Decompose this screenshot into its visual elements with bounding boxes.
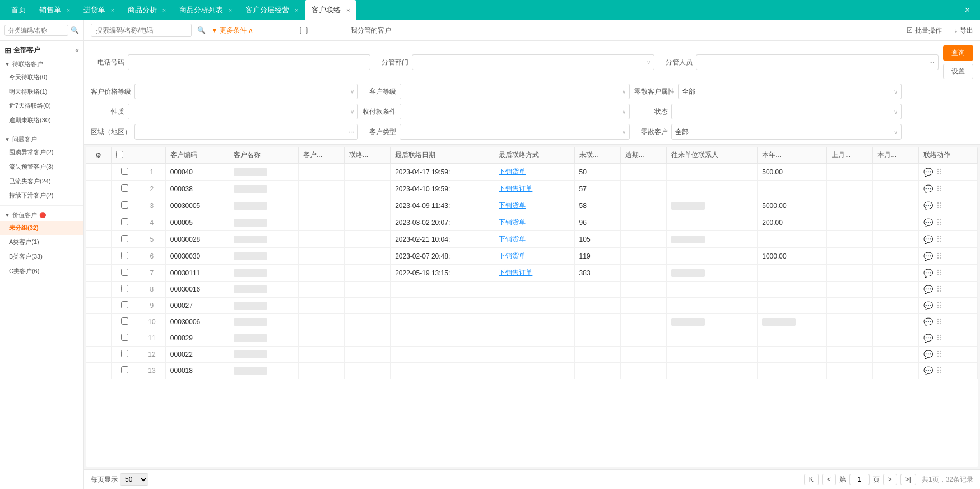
th-contact[interactable]: 联络...	[345, 147, 391, 164]
retail-attr-select[interactable]: 全部 ∨	[678, 84, 902, 99]
message-icon[interactable]: 💬	[923, 350, 933, 359]
th-settings[interactable]: ⚙	[86, 147, 111, 164]
method-link[interactable]: 下销售订单	[499, 269, 532, 276]
more-icon[interactable]: ⠿	[936, 235, 942, 244]
message-icon[interactable]: 💬	[923, 235, 933, 244]
more-icon[interactable]: ⠿	[936, 184, 942, 193]
sidebar-item-unclassified[interactable]: 未分组(32)	[0, 221, 83, 236]
sidebar-item-today[interactable]: 今天待联络(0)	[0, 70, 83, 85]
row-checkbox[interactable]	[121, 235, 128, 242]
first-page-btn[interactable]: K	[804, 474, 819, 485]
more-icon[interactable]: ⠿	[936, 350, 942, 359]
more-icon[interactable]: ⠿	[936, 252, 942, 261]
message-icon[interactable]: 💬	[923, 334, 933, 343]
payment-select[interactable]: ∨	[400, 104, 630, 119]
sidebar-item-overdue[interactable]: 逾期未联络(30)	[0, 113, 83, 128]
th-company-contact[interactable]: 往来单位联系人	[666, 147, 758, 164]
row-checkbox[interactable]	[121, 218, 128, 225]
th-customer-type[interactable]: 客户...	[299, 147, 345, 164]
more-icon[interactable]: ⠿	[936, 168, 942, 177]
sidebar-search-input[interactable]	[4, 25, 68, 36]
prev-page-btn[interactable]: <	[822, 474, 836, 485]
page-number-input[interactable]	[849, 474, 870, 485]
message-icon[interactable]: 💬	[923, 317, 933, 326]
row-checkbox[interactable]	[121, 301, 128, 308]
sidebar-item-class-b[interactable]: B类客户(33)	[0, 250, 83, 264]
group-value-customers[interactable]: ▼ 价值客户 🔴	[0, 208, 83, 221]
row-checkbox[interactable]	[121, 201, 128, 209]
nature-select[interactable]: ∨	[128, 104, 358, 119]
customer-type-select[interactable]: ∨	[400, 124, 630, 140]
select-all-checkbox[interactable]	[116, 151, 123, 158]
more-icon[interactable]: ⠿	[936, 366, 942, 375]
more-icon[interactable]: ⠿	[936, 201, 942, 210]
method-link[interactable]: 下销货单	[499, 235, 526, 243]
message-icon[interactable]: 💬	[923, 252, 933, 261]
row-checkbox[interactable]	[121, 168, 128, 175]
more-icon[interactable]: ⠿	[936, 218, 942, 227]
row-checkbox[interactable]	[121, 285, 128, 292]
collapse-icon[interactable]: «	[75, 47, 79, 54]
window-close-button[interactable]: ×	[959, 5, 976, 15]
method-link[interactable]: 下销货单	[499, 201, 526, 209]
message-icon[interactable]: 💬	[923, 184, 933, 193]
message-icon[interactable]: 💬	[923, 269, 933, 278]
sidebar-search-icon[interactable]: 🔍	[71, 26, 79, 34]
dept-select[interactable]: ∨	[412, 54, 654, 70]
th-last-month[interactable]: 上月...	[827, 147, 873, 164]
more-conditions-btn[interactable]: ▼ 更多条件 ∧	[211, 26, 253, 35]
th-last-contact-method[interactable]: 最后联络方式	[494, 147, 574, 164]
close-purchase-tab[interactable]: ×	[111, 7, 114, 13]
my-customers-checkbox-input[interactable]	[259, 27, 349, 34]
sidebar-item-declining[interactable]: 持续下滑客户(2)	[0, 188, 83, 203]
sidebar-item-7days[interactable]: 近7天待联络(0)	[0, 99, 83, 113]
th-no-contact[interactable]: 未联...	[574, 147, 620, 164]
method-link[interactable]: 下销货单	[499, 218, 526, 226]
th-this-year[interactable]: 本年...	[758, 147, 827, 164]
status-select[interactable]: ∨	[671, 104, 902, 119]
search-btn[interactable]: 查询	[943, 45, 973, 61]
message-icon[interactable]: 💬	[923, 201, 933, 210]
message-icon[interactable]: 💬	[923, 218, 933, 227]
tab-customer-segment[interactable]: 客户分层经营 ×	[239, 0, 305, 20]
close-sales-tab[interactable]: ×	[67, 7, 70, 13]
batch-operation-btn[interactable]: ☑ 批量操作	[907, 26, 942, 35]
row-checkbox[interactable]	[121, 184, 128, 192]
sidebar-item-stockpile-abnormal[interactable]: 囤购异常客户(2)	[0, 145, 83, 160]
th-customer-code[interactable]: 客户编码	[165, 147, 229, 164]
row-checkbox[interactable]	[121, 366, 128, 373]
row-checkbox[interactable]	[121, 252, 128, 259]
filter-search-icon[interactable]: 🔍	[197, 26, 206, 34]
price-level-select[interactable]: ∨	[134, 84, 358, 99]
my-customers-checkbox[interactable]: 我分管的客户	[259, 26, 391, 35]
th-last-contact-date[interactable]: 最后联络日期	[391, 147, 494, 164]
more-icon[interactable]: ⠿	[936, 285, 942, 294]
manager-select[interactable]: ···	[696, 54, 939, 70]
method-link[interactable]: 下销售订单	[499, 184, 532, 192]
close-customer-contact-tab[interactable]: ×	[346, 7, 350, 13]
customer-level-select[interactable]: ∨	[400, 84, 630, 99]
retail-customer-select[interactable]: 全部 ∨	[671, 124, 902, 140]
more-icon[interactable]: ⠿	[936, 317, 942, 326]
row-checkbox[interactable]	[121, 317, 128, 325]
th-overdue[interactable]: 逾期...	[620, 147, 666, 164]
sidebar-item-tomorrow[interactable]: 明天待联络(1)	[0, 85, 83, 99]
next-page-btn[interactable]: >	[883, 474, 897, 485]
search-input[interactable]	[91, 24, 192, 37]
group-problem-customers[interactable]: ▼ 问题客户	[0, 132, 83, 145]
row-checkbox[interactable]	[121, 350, 128, 357]
method-link[interactable]: 下销货单	[499, 252, 526, 260]
export-btn[interactable]: ↓ 导出	[954, 26, 973, 35]
message-icon[interactable]: 💬	[923, 168, 933, 177]
more-icon[interactable]: ⠿	[936, 301, 942, 310]
page-size-select[interactable]: 50 20 100	[120, 473, 148, 486]
sidebar-item-class-a[interactable]: A类客户(1)	[0, 235, 83, 250]
row-checkbox[interactable]	[121, 269, 128, 276]
tab-customer-contact[interactable]: 客户联络 ×	[305, 0, 356, 20]
all-customers-header[interactable]: ⊞ 全部客户 «	[0, 41, 83, 57]
th-customer-name[interactable]: 客户名称	[229, 147, 299, 164]
home-tab[interactable]: 首页	[4, 0, 32, 20]
sidebar-item-churn-warning[interactable]: 流失预警客户(3)	[0, 160, 83, 174]
phone-input[interactable]	[128, 54, 370, 70]
tab-sales[interactable]: 销售单 ×	[32, 0, 77, 20]
